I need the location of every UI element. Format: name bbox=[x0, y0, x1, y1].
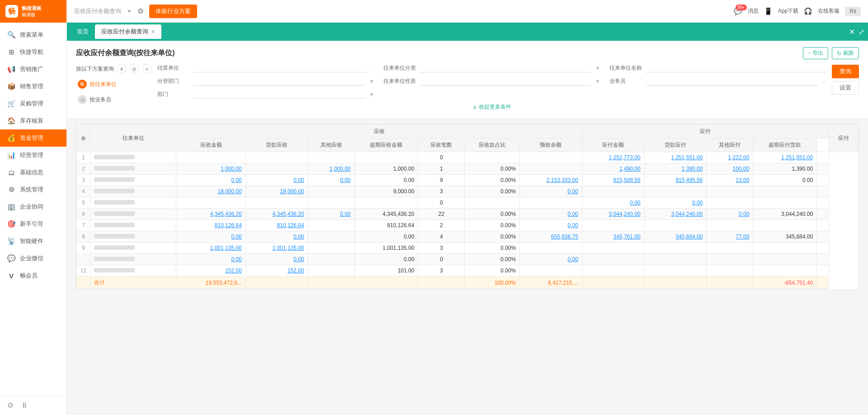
operations-icon: 📊 bbox=[7, 151, 15, 159]
dept-input[interactable] bbox=[193, 90, 365, 99]
row-num-10 bbox=[77, 254, 90, 265]
row-ar-count-4: 3 bbox=[418, 186, 465, 197]
row-ap-overdue-9 bbox=[753, 243, 817, 254]
sidebar-item-member[interactable]: V 畅会员 bbox=[0, 267, 66, 284]
service-label[interactable]: 在线客服 bbox=[818, 7, 840, 15]
unit-name-input[interactable] bbox=[646, 64, 826, 72]
sidebar-item-inventory[interactable]: 🏠 库存核算 bbox=[0, 112, 66, 129]
query-option-by-unit[interactable]: 畅 按往来单位 bbox=[76, 77, 152, 91]
sidebar-item-capital[interactable]: 💰 资金管理 bbox=[0, 129, 66, 147]
sidebar-item-operations[interactable]: 📊 经营管理 bbox=[0, 147, 66, 164]
filter-dept-supervisor: 分管部门 ▼ bbox=[157, 77, 374, 86]
message-button[interactable]: 💬 99+ bbox=[734, 7, 742, 15]
col-gear-header[interactable]: ⚙ bbox=[77, 125, 90, 152]
sidebar-item-marketing[interactable]: 📢 营销推广 bbox=[0, 61, 66, 78]
collapse-more-conditions[interactable]: ∧ 收起更多条件 bbox=[157, 101, 826, 113]
unit-category-input[interactable] bbox=[420, 64, 591, 72]
col-ar-amount-header: 应收金额 bbox=[176, 138, 246, 152]
settings-bottom-icon[interactable]: ⚙ bbox=[7, 401, 14, 410]
unit-category-arrow-icon[interactable]: ▼ bbox=[595, 65, 600, 72]
settlement-unit-input[interactable] bbox=[193, 64, 366, 72]
row-ar-loan-3: 0.00 bbox=[245, 175, 308, 186]
sidebar-item-hardware[interactable]: 📡 智能硬件 bbox=[0, 233, 66, 250]
settlement-unit-dots[interactable]: ··· bbox=[370, 65, 374, 72]
row-ar-amount-9: 1,001,135.00 bbox=[176, 243, 246, 254]
row-ap-amount-1: 1,252,773.00 bbox=[582, 152, 644, 163]
sidebar-item-guide[interactable]: 🎯 新手引导 bbox=[0, 215, 66, 233]
row-ap-other-3: 13.00 bbox=[707, 175, 753, 186]
row-prepay-9 bbox=[520, 243, 582, 254]
query-option-by-salesperson[interactable]: ◷ 按业务员 bbox=[76, 93, 152, 106]
tab-home[interactable]: 首页 bbox=[71, 24, 95, 39]
sidebar-item-purchase[interactable]: 🛒 采购管理 bbox=[0, 95, 66, 112]
footer-gear bbox=[77, 277, 90, 289]
row-ar-loan-2 bbox=[245, 163, 308, 175]
app-download-icon[interactable]: 📱 bbox=[764, 7, 773, 15]
unit-nature-arrow-icon[interactable]: ▼ bbox=[595, 78, 600, 85]
row-ap-overdue-4 bbox=[753, 186, 817, 197]
tab-maximize-button[interactable]: ⤢ bbox=[859, 28, 864, 36]
sidebar-item-search[interactable]: 🔍 搜索菜单 bbox=[0, 26, 66, 43]
app-download-label[interactable]: App下载 bbox=[778, 7, 798, 15]
plan-button[interactable]: 体验行业方案 bbox=[149, 5, 197, 18]
row-ap2-2 bbox=[817, 163, 829, 175]
row-prepay-6: 0.00 bbox=[520, 209, 582, 220]
collapse-sidebar-icon[interactable]: ⏸ bbox=[21, 401, 28, 410]
row-ar-other-10 bbox=[308, 254, 354, 265]
tab-close-button[interactable]: ✕ bbox=[849, 28, 855, 36]
sidebar-item-wechat[interactable]: 💬 企业微信 bbox=[0, 250, 66, 267]
col-ap-group-header: 应付 bbox=[582, 125, 829, 138]
dept-supervisor-arrow-icon[interactable]: ▼ bbox=[369, 78, 374, 85]
row-ap-amount-3: 915,508.56 bbox=[582, 175, 644, 186]
sidebar-item-system[interactable]: ⚙ 系统管理 bbox=[0, 181, 66, 198]
filter-settlement-unit: 结算单位 ··· bbox=[157, 64, 374, 72]
row-ap-loan-7 bbox=[644, 220, 707, 231]
logo-text: 畅捷通账 标准版 bbox=[22, 5, 42, 18]
setting-button[interactable]: 设置 bbox=[832, 81, 859, 95]
col-ap2-header: 应付 bbox=[829, 125, 859, 152]
filter-setting-button[interactable]: ◎ bbox=[129, 64, 139, 74]
table-row: 9 1,001,135.00 1,001,135.00 1,001,135.00… bbox=[77, 243, 859, 254]
salesperson-dots[interactable]: ··· bbox=[822, 78, 826, 85]
table-row: 5 0 0.00 0.00 bbox=[77, 197, 859, 209]
col-ap-amount-header: 应付金额 bbox=[582, 138, 644, 152]
row-ar-loan-4: 18,000.00 bbox=[245, 186, 308, 197]
topbar-user[interactable]: Rit bbox=[845, 7, 861, 16]
row-ar-amount-8: 0.00 bbox=[176, 231, 246, 243]
row-ar-other-3: 0.00 bbox=[308, 175, 354, 186]
row-ar-overdue-9: 1,001,135.00 bbox=[354, 243, 418, 254]
col-unit-header: 往来单位 bbox=[90, 125, 176, 152]
row-num-8: 8 bbox=[77, 231, 90, 243]
page-actions: ↑ 导出 ↻ 刷新 bbox=[803, 47, 859, 59]
salesperson-input[interactable] bbox=[646, 77, 818, 86]
filter-unit-name: 往来单位名称 bbox=[609, 64, 826, 72]
row-ap-loan-8: 345,684.00 bbox=[644, 231, 707, 243]
export-button[interactable]: ↑ 导出 bbox=[803, 47, 828, 59]
filter-collapse-button[interactable]: « bbox=[142, 64, 152, 74]
sidebar-item-base[interactable]: 🗂 基础信息 bbox=[0, 164, 66, 181]
topbar-dropdown-icon[interactable]: ▼ bbox=[127, 8, 132, 14]
topbar: 应收应付余额查询 ▼ ⚙ 体验行业方案 💬 99+ 消息 📱 App下载 🎧 在… bbox=[67, 0, 868, 23]
row-ap-loan-5: 0.00 bbox=[644, 197, 707, 209]
tabbar: 首页 应收应付余额查询 ✕ ✕ ⤢ bbox=[67, 23, 868, 41]
settlement-unit-label: 结算单位 bbox=[157, 64, 190, 72]
row-ap-overdue-11 bbox=[753, 265, 817, 277]
sidebar-item-sales[interactable]: 📦 销售管理 bbox=[0, 78, 66, 95]
unit-nature-input[interactable] bbox=[420, 77, 591, 86]
tab-ar-ap[interactable]: 应收应付余额查询 ✕ bbox=[95, 24, 161, 39]
sidebar-item-corp[interactable]: 🏢 企业协同 bbox=[0, 198, 66, 215]
dept-supervisor-input[interactable] bbox=[193, 77, 365, 86]
dept-arrow-icon[interactable]: ▼ bbox=[369, 91, 374, 98]
footer-label: 合计 bbox=[90, 277, 176, 289]
query-button[interactable]: 查询 bbox=[832, 65, 859, 78]
row-num-9: 9 bbox=[77, 243, 90, 254]
tab-close-icon[interactable]: ✕ bbox=[151, 29, 155, 35]
service-icon[interactable]: 🎧 bbox=[804, 7, 812, 15]
table-row: 4 18,000.00 18,000.00 9,000.00 3 0.00% 0… bbox=[77, 186, 859, 197]
sidebar-item-nav[interactable]: ⊞ 快捷导航 bbox=[0, 43, 66, 61]
refresh-button[interactable]: ↻ 刷新 bbox=[832, 47, 859, 59]
row-ar-ratio-6: 0.00% bbox=[465, 209, 520, 220]
table-section: ⚙ 往来单位 应收 应付 应付 应收金额 贷款应收 其他应收 超期应收金额 应收… bbox=[67, 124, 868, 299]
topbar-gear-icon[interactable]: ⚙ bbox=[137, 7, 144, 15]
filter-add-button[interactable]: + bbox=[117, 64, 127, 74]
